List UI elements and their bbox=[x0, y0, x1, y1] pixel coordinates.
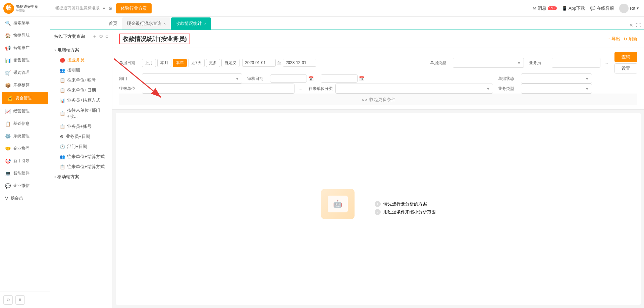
settings-footer-btn[interactable]: ⚙ bbox=[3, 295, 13, 305]
refresh-btn[interactable]: ↻ 刷新 bbox=[624, 36, 637, 42]
scheme-item-icon-salesman-date: ⚙ bbox=[60, 134, 64, 139]
export-icon: ↑ bbox=[608, 37, 610, 42]
sidebar-item-operation[interactable]: 📈 经营管理 bbox=[0, 105, 50, 117]
counterpart-cat-label: 往来单位分类 bbox=[309, 86, 333, 92]
review-date-to-input[interactable] bbox=[321, 74, 358, 83]
sidebar-item-enterprise[interactable]: 🤝 企业协同 bbox=[0, 142, 50, 155]
date-shortcuts-container: 上月 本月 本年 近7天 更多 自定义 bbox=[142, 59, 239, 67]
nav-label-purchase: 采购管理 bbox=[13, 70, 30, 75]
salesman-more-btn[interactable]: ··· bbox=[603, 60, 609, 65]
counterpart-more-btn[interactable]: ··· bbox=[297, 86, 304, 91]
scheme-item-salesman-account[interactable]: 📋 业务员+账号 bbox=[50, 121, 112, 132]
date-custom-btn[interactable]: 自定义 bbox=[221, 59, 239, 67]
scheme-item-salesman-settle[interactable]: 📊 业务员+结算方式 bbox=[50, 95, 112, 105]
review-date-from-input[interactable] bbox=[270, 74, 307, 83]
main-content: 畅捷通商贸好生意标准版 ▾ ⚙ 体验行业方案 ✉ 消息 99+ 📱 App下载 … bbox=[50, 0, 644, 308]
trial-btn[interactable]: 体验行业方案 bbox=[116, 3, 152, 13]
date-last-month-btn[interactable]: 上月 bbox=[142, 59, 156, 67]
scheme-desktop-header[interactable]: ▾ 电脑端方案 bbox=[50, 45, 112, 55]
filter-settings-btn[interactable]: 设置 bbox=[614, 63, 637, 73]
voucher-type-select[interactable]: ▾ bbox=[453, 58, 524, 68]
online-service-item[interactable]: 💬 在线客服 bbox=[590, 5, 614, 11]
counterpart-select[interactable] bbox=[142, 84, 294, 94]
review-date-icon1[interactable]: 📅 bbox=[308, 76, 314, 81]
sidebar-item-hardware[interactable]: 💻 智能硬件 bbox=[0, 167, 50, 179]
sidebar-item-search[interactable]: 🔍 搜索菜单 bbox=[0, 17, 50, 29]
sidebar-item-quick-nav[interactable]: 🏠 快捷导航 bbox=[0, 29, 50, 42]
scheme-item-label-salesman: 按业务员 bbox=[67, 57, 85, 63]
query-btn[interactable]: 查询 bbox=[614, 52, 637, 62]
scheme-item-label-dept-date: 部门+日期 bbox=[67, 144, 87, 150]
nav-label-member: 畅会员 bbox=[11, 195, 23, 201]
sidebar-item-sales[interactable]: 📊 销售管理 bbox=[0, 54, 50, 66]
tab-home-label: 首页 bbox=[109, 20, 117, 27]
scheme-add-btn[interactable]: ＋ bbox=[92, 34, 97, 40]
sidebar-item-member[interactable]: V 畅会员 bbox=[0, 192, 50, 204]
sidebar-item-basic[interactable]: 📋 基础信息 bbox=[0, 117, 50, 130]
tab-bank-flow[interactable]: 现金银行流水查询 × bbox=[122, 17, 170, 30]
nav-label-system: 系统管理 bbox=[13, 133, 30, 139]
sidebar-item-marketing[interactable]: 📢 营销推广 bbox=[0, 42, 50, 54]
sidebar-item-inventory[interactable]: 📦 库存核算 bbox=[0, 79, 50, 91]
scheme-list: ▾ 电脑端方案 🔴 按业务员 👥 按明细 📋 往来单位+账号 bbox=[50, 43, 112, 308]
scheme-item-unit-date[interactable]: 📋 往来单位+日期 bbox=[50, 85, 112, 95]
logo-name: 畅捷通好生意 bbox=[16, 4, 38, 9]
sidebar-item-wechat[interactable]: 💬 企业微信 bbox=[0, 179, 50, 192]
scheme-collapse-btn[interactable]: « bbox=[105, 34, 108, 40]
nav-icon-search: 🔍 bbox=[5, 20, 11, 26]
header-gear-icon[interactable]: ⚙ bbox=[108, 6, 113, 11]
scheme-mobile-header[interactable]: ▾ 移动端方案 bbox=[50, 172, 112, 182]
scheme-item-unit-settle2[interactable]: 📋 往来单位+结算方式 bbox=[50, 162, 112, 172]
app-icon: 📱 bbox=[562, 6, 567, 11]
dept-select[interactable]: ▾ bbox=[142, 73, 242, 84]
user-profile[interactable]: Rit ▾ bbox=[619, 4, 639, 13]
step-num-2: 2 bbox=[375, 209, 381, 215]
scheme-item-unit-dept[interactable]: 📋 按往来单位+部门+收... bbox=[50, 105, 112, 121]
tab-receipt-stat[interactable]: 收款情况统计 × bbox=[171, 17, 211, 30]
scheme-item-salesman-date[interactable]: ⚙ 业务员+日期 bbox=[50, 132, 112, 142]
tab-home[interactable]: 首页 bbox=[104, 17, 122, 30]
pause-footer-btn[interactable]: ⏸ bbox=[15, 295, 25, 305]
date-from-input[interactable] bbox=[242, 59, 276, 67]
scheme-item-icon-unit-settle2: 📋 bbox=[60, 164, 65, 169]
header-dropdown-arrow[interactable]: ▾ bbox=[103, 6, 105, 11]
sidebar-item-finance[interactable]: 💰 资金管理 bbox=[2, 92, 48, 104]
scheme-item-by-detail[interactable]: 👥 按明细 bbox=[50, 65, 112, 75]
tab-expand-icon[interactable]: ⛶ bbox=[636, 22, 641, 28]
collapse-btn[interactable]: ∧∧ 收起更多条件 bbox=[361, 97, 395, 103]
scheme-settings-btn[interactable]: ⚙ bbox=[99, 34, 103, 40]
review-date-range: 📅 — 📅 bbox=[270, 74, 493, 83]
review-date-icon2[interactable]: 📅 bbox=[359, 76, 364, 81]
sidebar-item-purchase[interactable]: 🛒 采购管理 bbox=[0, 66, 50, 79]
voucher-status-group: 单据状态 ▾ bbox=[498, 73, 592, 84]
date-this-year-btn[interactable]: 本年 bbox=[173, 59, 187, 67]
scheme-item-dept-date[interactable]: 🕐 部门+日期 bbox=[50, 142, 112, 152]
date-more-btn[interactable]: 更多 bbox=[206, 59, 220, 67]
tab-close-all-icon[interactable]: ✕ bbox=[629, 22, 633, 28]
scheme-item-unit-account[interactable]: 📋 往来单位+账号 bbox=[50, 75, 112, 85]
right-content: 收款情况统计(按业务员) ↑ 导出 ↻ 刷新 单据日期 bbox=[112, 30, 644, 308]
sidebar-item-guide[interactable]: 🎯 新手引导 bbox=[0, 155, 50, 167]
sidebar: 畅 畅捷通好生意 标准版 🔍 搜索菜单🏠 快捷导航📢 营销推广📊 销售管理🛒 采… bbox=[0, 0, 50, 308]
page-title: 收款情况统计(按业务员) bbox=[119, 34, 190, 44]
sidebar-item-system[interactable]: ⚙️ 系统管理 bbox=[0, 130, 50, 142]
scheme-item-by-salesman[interactable]: 🔴 按业务员 bbox=[50, 55, 112, 65]
nav-label-search: 搜索菜单 bbox=[13, 20, 30, 26]
date-7days-btn[interactable]: 近7天 bbox=[188, 59, 205, 67]
voucher-status-select[interactable]: ▾ bbox=[521, 73, 592, 84]
salesman-select[interactable] bbox=[552, 58, 600, 68]
app-download-item[interactable]: 📱 App下载 bbox=[562, 5, 585, 11]
date-to-input[interactable] bbox=[283, 59, 316, 67]
export-btn[interactable]: ↑ 导出 bbox=[608, 36, 621, 42]
counterpart-cat-select[interactable]: ▾ bbox=[335, 84, 493, 94]
message-item[interactable]: ✉ 消息 99+ bbox=[533, 5, 557, 11]
nav-label-enterprise: 企业协同 bbox=[13, 146, 30, 151]
date-this-month-btn[interactable]: 本月 bbox=[157, 59, 171, 67]
biz-type-select[interactable]: ▾ bbox=[521, 84, 592, 94]
scheme-item-label-unit-account: 往来单位+账号 bbox=[67, 77, 96, 83]
dept-arrow: ▾ bbox=[236, 76, 238, 81]
sidebar-footer: ⚙ ⏸ bbox=[0, 292, 50, 308]
tab-receipt-stat-close[interactable]: × bbox=[204, 21, 206, 25]
scheme-item-unit-settle1[interactable]: 👥 往来单位+结算方式 bbox=[50, 152, 112, 162]
tab-bank-flow-close[interactable]: × bbox=[164, 21, 166, 25]
